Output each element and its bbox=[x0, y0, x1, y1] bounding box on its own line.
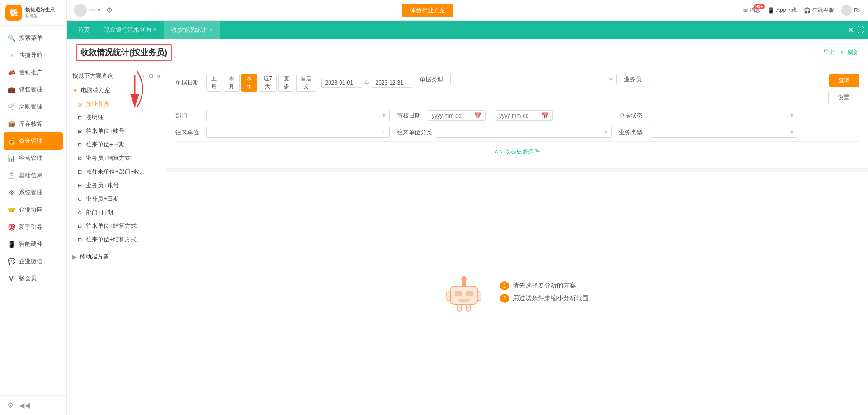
trial-button[interactable]: 体验行业方案 bbox=[402, 4, 453, 17]
step-1-text: 请先选择要分析的方案 bbox=[513, 282, 576, 290]
filter-actions: 查询 设置 bbox=[828, 74, 859, 104]
settings-bottom-icon[interactable]: ⚙ bbox=[7, 401, 14, 410]
tree-item-unit-date[interactable]: ⊟ 往来单位+日期 bbox=[67, 138, 166, 151]
calendar-from-icon[interactable]: 📅 bbox=[474, 112, 481, 119]
tab-bank-flow-close[interactable]: × bbox=[154, 27, 157, 33]
tab-fullscreen-icon[interactable]: ⛶ bbox=[857, 26, 864, 34]
audit-date-from-input[interactable] bbox=[432, 113, 472, 119]
tab-receipt-stats[interactable]: 收款情况统计 × bbox=[164, 21, 220, 39]
sidebar-item-label: 新手引导 bbox=[19, 223, 42, 231]
system-icon: ⚙ bbox=[7, 189, 15, 197]
collapse-sidebar-icon[interactable]: ◀◀ bbox=[19, 401, 30, 410]
tab-close-all-icon[interactable]: ✕ bbox=[848, 26, 854, 34]
sidebar-item-wechat[interactable]: 💬 企业微信 bbox=[0, 253, 66, 270]
tree-item-label: 按往来单位+部门+收... bbox=[86, 168, 145, 176]
sidebar-item-vip[interactable]: V 畅会员 bbox=[0, 270, 66, 287]
sidebar-item-smart-hw[interactable]: 📱 智能硬件 bbox=[0, 236, 66, 253]
tabbar: 首页 现金银行流水查询 × 收款情况统计 × ✕ ⛶ bbox=[67, 21, 868, 39]
tab-receipt-stats-close[interactable]: × bbox=[209, 27, 212, 33]
export-label: 导出 bbox=[823, 48, 835, 57]
online-service-item[interactable]: 🎧 在线客服 bbox=[804, 6, 834, 14]
salesman-label: 业务员 bbox=[624, 75, 651, 84]
audit-date-to-picker[interactable]: 📅 bbox=[495, 110, 553, 121]
sidebar-item-enterprise[interactable]: 🤝 企业协同 bbox=[0, 201, 66, 218]
dept-dropdown-icon: ▾ bbox=[382, 112, 386, 119]
date-btn-custom[interactable]: 自定义 bbox=[296, 74, 316, 92]
panel-settings-icon[interactable]: ⚙ bbox=[148, 72, 154, 80]
sidebar-item-search-menu[interactable]: 🔍 搜索菜单 bbox=[0, 29, 66, 47]
setting-button[interactable]: 设置 bbox=[828, 91, 859, 104]
audit-date-to-input[interactable] bbox=[499, 113, 540, 119]
unit-more-icon[interactable]: ··· bbox=[381, 129, 386, 136]
topbar: ▾ ⚙ 体验行业方案 ✉ 消息 99+ 📱 App下载 🎧 在线客服 Ri bbox=[67, 0, 868, 21]
main-area: ▾ ⚙ 体验行业方案 ✉ 消息 99+ 📱 App下载 🎧 在线客服 Ri bbox=[67, 0, 868, 415]
message-item[interactable]: ✉ 消息 99+ bbox=[743, 6, 760, 14]
inventory-icon: 📦 bbox=[7, 120, 15, 128]
tree-group-mobile-label: 移动端方案 bbox=[80, 253, 109, 261]
purchase-icon: 🛒 bbox=[7, 103, 15, 111]
app-download-item[interactable]: 📱 App下载 bbox=[768, 6, 797, 14]
tree-item-unit-settle1[interactable]: ⊞ 往来单位+结算方式 bbox=[67, 219, 166, 233]
sidebar-item-finance[interactable]: 💰 资金管理 bbox=[4, 132, 63, 150]
tree-item-label: 往来单位+日期 bbox=[86, 141, 125, 149]
tree-item-by-salesman[interactable]: ◎ 按业务员 bbox=[67, 97, 166, 111]
topbar-settings-icon[interactable]: ⚙ bbox=[106, 6, 113, 14]
sidebar-item-basic[interactable]: 📋 基础信息 bbox=[0, 167, 66, 184]
tree-group-desktop[interactable]: ▼ 电脑端方案 bbox=[67, 84, 166, 97]
tree-item-unit-dept-recv[interactable]: ⊟ 按往来单位+部门+收... bbox=[67, 165, 166, 179]
query-button[interactable]: 查询 bbox=[829, 74, 859, 87]
tree-item-salesman-settle[interactable]: ⊠ 业务员+结算方式 bbox=[67, 151, 166, 165]
filter-area: 单据日期 上月 本月 本年 近7天 更多 自定义 至 bbox=[166, 66, 868, 169]
tab-home[interactable]: 首页 bbox=[71, 21, 97, 39]
user-info[interactable]: ▾ bbox=[74, 4, 101, 17]
tree-item-by-detail[interactable]: ⊞ 按明细 bbox=[67, 111, 166, 124]
sidebar-item-system[interactable]: ⚙ 系统管理 bbox=[0, 184, 66, 201]
tab-bank-flow[interactable]: 现金银行流水查询 × bbox=[97, 21, 164, 39]
date-btn-7days[interactable]: 近7天 bbox=[259, 74, 277, 92]
user-topbar-item[interactable]: Rit bbox=[841, 5, 861, 16]
sidebar-item-marketing[interactable]: 📣 营销推广 bbox=[0, 64, 66, 81]
date-btn-more[interactable]: 更多 bbox=[278, 74, 294, 92]
sidebar-item-label: 企业微信 bbox=[19, 257, 42, 265]
tree-item-salesman-account[interactable]: ⊟ 业务员+账号 bbox=[67, 179, 166, 192]
salesman-date-icon: ⊙ bbox=[76, 195, 83, 203]
sidebar-item-inventory[interactable]: 📦 库存核算 bbox=[0, 115, 66, 132]
tree-item-unit-settle2[interactable]: ⊟ 往来单位+结算方式 bbox=[67, 233, 166, 246]
sidebar-item-operation[interactable]: 📊 经营管理 bbox=[0, 150, 66, 167]
sidebar-item-label: 企业协同 bbox=[19, 206, 42, 214]
tree-item-unit-account[interactable]: ⊟ 往来单位+账号 bbox=[67, 124, 166, 138]
tree-item-dept-date[interactable]: ⊙ 部门+日期 bbox=[67, 206, 166, 219]
sidebar-item-sales[interactable]: 💼 销售管理 bbox=[0, 81, 66, 98]
export-button[interactable]: ↑ 导出 bbox=[819, 48, 835, 57]
date-btn-this-month[interactable]: 本月 bbox=[224, 74, 240, 92]
unit-date-icon: ⊟ bbox=[76, 141, 83, 148]
sidebar-item-label: 营销推广 bbox=[19, 68, 42, 76]
app-download-icon: 📱 bbox=[768, 7, 774, 14]
step-2-text: 用过滤条件来缩小分析范围 bbox=[513, 294, 589, 302]
tree-group-mobile-arrow: ▶ bbox=[72, 254, 77, 260]
tree-group-mobile[interactable]: ▶ 移动端方案 bbox=[67, 250, 166, 264]
sidebar-item-label: 畅会员 bbox=[19, 274, 37, 283]
sidebar-item-quick-nav[interactable]: ⌂ 快捷导航 bbox=[0, 47, 66, 64]
sidebar-bottom: ⚙ ◀◀ bbox=[0, 395, 66, 415]
sidebar-item-guide[interactable]: 🎯 新手引导 bbox=[0, 218, 66, 236]
biz-type-label: 业务类型 bbox=[619, 128, 646, 137]
date-to-input[interactable] bbox=[372, 78, 412, 88]
salesman-more-icon[interactable]: ··· bbox=[812, 76, 817, 83]
collapse-more-btn[interactable]: ∧∧ 收起更多条件 bbox=[175, 144, 859, 159]
date-from-input[interactable] bbox=[321, 78, 362, 88]
svg-rect-8 bbox=[457, 304, 462, 311]
date-btn-this-year[interactable]: 本年 bbox=[241, 74, 257, 92]
sidebar-item-purchase[interactable]: 🛒 采购管理 bbox=[0, 98, 66, 115]
refresh-button[interactable]: ↻ 刷新 bbox=[840, 48, 859, 57]
date-btn-last-month[interactable]: 上月 bbox=[206, 74, 222, 92]
audit-date-from-picker[interactable]: 📅 bbox=[428, 110, 486, 121]
panel-collapse-icon[interactable]: « bbox=[157, 72, 160, 80]
sidebar-item-label: 经营管理 bbox=[19, 154, 42, 162]
tab-bank-flow-label: 现金银行流水查询 bbox=[104, 26, 151, 34]
sidebar-nav: 🔍 搜索菜单 ⌂ 快捷导航 📣 营销推广 💼 销售管理 🛒 采购管理 📦 库存核… bbox=[0, 26, 66, 395]
calendar-to-icon[interactable]: 📅 bbox=[542, 112, 549, 119]
audit-date-separator: — bbox=[487, 112, 493, 119]
tree-item-salesman-date[interactable]: ⊙ 业务员+日期 bbox=[67, 192, 166, 206]
panel-add-icon[interactable]: + bbox=[142, 72, 146, 80]
